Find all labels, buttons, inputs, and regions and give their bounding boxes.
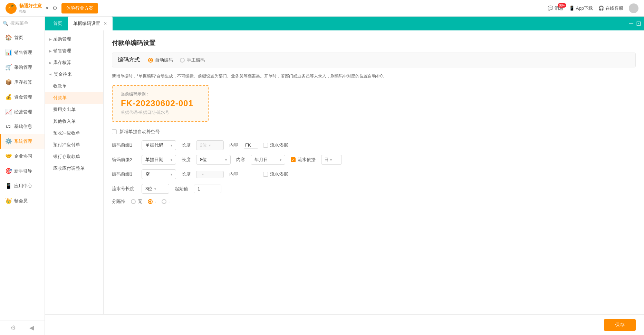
stream-checkbox-sq-3[interactable] bbox=[263, 172, 268, 177]
message-area[interactable]: 💬 消息 99+ bbox=[548, 5, 564, 11]
stream-checkbox-sq-2[interactable]: ✓ bbox=[291, 157, 296, 162]
sidebar-label-purchase: 采购管理 bbox=[14, 64, 32, 71]
save-button[interactable]: 保存 bbox=[604, 319, 636, 331]
tab-minimize-icon[interactable]: ─ bbox=[629, 20, 633, 27]
left-nav-item-pre-receipt[interactable]: 预收冲应收单 bbox=[45, 127, 103, 139]
tab-bar: 首页 单据编码设置 ✕ ─ ⊡ bbox=[45, 17, 644, 30]
sidebar-item-finance[interactable]: 💰 资金管理 bbox=[0, 90, 45, 104]
left-nav-group-title-sales[interactable]: ▶ 销售管理 bbox=[45, 45, 103, 57]
sidebar-settings-icon[interactable]: ⚙ bbox=[10, 324, 16, 332]
separator-label: 分隔符 bbox=[112, 198, 125, 205]
content-val-3 bbox=[244, 174, 258, 175]
serial-length-select[interactable]: 3位 ▾ bbox=[142, 184, 169, 194]
sep-option-dot1[interactable]: · bbox=[148, 199, 156, 204]
guide-icon: 🎯 bbox=[5, 168, 11, 174]
left-nav: ▶ 采购管理 ▶ 销售管理 ▶ 库存核算 bbox=[45, 30, 104, 314]
prefix-select-val-3: 空 bbox=[145, 171, 150, 177]
left-nav-item-other-income[interactable]: 其他收入单 bbox=[45, 115, 103, 127]
chevron-down-icon: ▾ bbox=[46, 6, 48, 11]
stream-day-select-2[interactable]: 日 ▾ bbox=[321, 155, 342, 165]
sep-option-dot2[interactable]: · bbox=[162, 199, 170, 204]
tab-home[interactable]: 首页 bbox=[48, 17, 68, 30]
sidebar-collapse-icon[interactable]: ◀ bbox=[29, 324, 34, 332]
sidebar-item-member[interactable]: 👑 畅会员 bbox=[0, 193, 45, 208]
top-bar-right: 💬 消息 99+ 📱 App下载 🎧 在线客服 bbox=[548, 3, 638, 13]
prefix-select-3[interactable]: 空 ▾ bbox=[142, 169, 176, 179]
online-service-label: 在线客服 bbox=[605, 5, 623, 11]
trial-button[interactable]: 体验行业方案 bbox=[61, 3, 98, 13]
left-nav-item-payment[interactable]: 付款单 bbox=[45, 92, 103, 104]
length-select-2[interactable]: 8位 ▾ bbox=[196, 155, 231, 165]
user-avatar[interactable] bbox=[629, 3, 638, 13]
sep-radio-dot1[interactable] bbox=[148, 199, 153, 204]
app-store-icon: 📱 bbox=[5, 183, 11, 189]
sidebar-label-collab: 企业协同 bbox=[14, 153, 32, 159]
tab-expand-icon[interactable]: ⊡ bbox=[636, 20, 641, 27]
sidebar-label-appstore: 应用中心 bbox=[14, 183, 32, 189]
sidebar-item-home[interactable]: 🏠 首页 bbox=[0, 30, 45, 45]
sidebar-item-collab[interactable]: 🤝 企业协同 bbox=[0, 149, 45, 164]
prefix-select-1[interactable]: 单据代码 ▾ bbox=[142, 140, 176, 150]
preview-desc: 单据代码-单据日期-流水号 bbox=[121, 110, 200, 115]
manual-code-option[interactable]: 手工编码 bbox=[180, 57, 205, 63]
prefix-select-2[interactable]: 单据日期 ▾ bbox=[142, 155, 176, 165]
sidebar-item-purchase[interactable]: 🛒 采购管理 bbox=[0, 60, 45, 75]
sidebar-item-sales[interactable]: 📊 销售管理 bbox=[0, 45, 45, 60]
separator-row: 分隔符 无 · · bbox=[112, 198, 636, 205]
sidebar-label-member: 畅会员 bbox=[14, 198, 28, 204]
left-nav-item-receipt[interactable]: 收款单 bbox=[45, 80, 103, 92]
prefix-select-val-2: 单据日期 bbox=[145, 157, 163, 163]
finance-icon: 💰 bbox=[5, 94, 11, 100]
message-icon: 💬 bbox=[548, 6, 553, 11]
length-select-1: 2位 ▾ bbox=[196, 140, 224, 150]
length-val-2: 8位 bbox=[200, 157, 207, 163]
search-label: 搜索菜单 bbox=[10, 20, 28, 26]
left-nav-group-title-inventory[interactable]: ▶ 库存核算 bbox=[45, 57, 103, 68]
left-nav-group-purchase: ▶ 采购管理 bbox=[45, 33, 103, 45]
length-label-3: 长度 bbox=[182, 171, 191, 177]
content-select-2[interactable]: 年月日 ▾ bbox=[251, 155, 285, 165]
sep-radio-none[interactable] bbox=[131, 199, 136, 204]
search-icon: 🔍 bbox=[3, 21, 8, 26]
base-icon: 🗂 bbox=[5, 123, 11, 130]
sidebar-item-base[interactable]: 🗂 基础信息 bbox=[0, 119, 45, 134]
stream-check-2[interactable]: ✓ 流水依据 bbox=[291, 157, 316, 163]
app-download[interactable]: 📱 App下载 bbox=[569, 5, 593, 11]
left-nav-item-pre-payment[interactable]: 预付冲应付单 bbox=[45, 139, 103, 151]
stream-checkbox-sq-1[interactable] bbox=[263, 143, 268, 148]
left-nav-group-title-finance[interactable]: ▼ 资金往来 bbox=[45, 68, 103, 80]
prefix-label-3: 编码前缀3 bbox=[112, 171, 136, 177]
tab-close-icon[interactable]: ✕ bbox=[104, 21, 107, 26]
sidebar-item-appstore[interactable]: 📱 应用中心 bbox=[0, 178, 45, 193]
bottom-bar: 保存 bbox=[45, 314, 644, 335]
content-val-1: FK bbox=[244, 142, 258, 149]
left-nav-item-bank[interactable]: 银行存取款单 bbox=[45, 151, 103, 162]
sidebar-item-guide[interactable]: 🎯 新手引导 bbox=[0, 164, 45, 178]
left-nav-group-title-purchase[interactable]: ▶ 采购管理 bbox=[45, 33, 103, 45]
sidebar-item-system[interactable]: ⚙️ 系统管理 bbox=[0, 134, 45, 149]
sidebar-item-inventory[interactable]: 📦 库存核算 bbox=[0, 75, 45, 90]
nav-dropdown[interactable]: ▾ bbox=[46, 6, 48, 11]
sep-radio-dot2[interactable] bbox=[162, 199, 166, 204]
stream-label-2: 流水依据 bbox=[298, 157, 316, 163]
manual-code-radio[interactable] bbox=[180, 58, 185, 63]
left-nav-group-label-sales: 销售管理 bbox=[53, 48, 71, 54]
tab-encode-setting[interactable]: 单据编码设置 ✕ bbox=[68, 17, 113, 30]
sidebar-item-ops[interactable]: 📈 经营管理 bbox=[0, 104, 45, 119]
start-value-input[interactable] bbox=[194, 185, 221, 193]
auto-code-option[interactable]: 自动编码 bbox=[148, 57, 173, 63]
sep-option-none[interactable]: 无 bbox=[131, 198, 142, 205]
sidebar-search[interactable]: 🔍 搜索菜单 bbox=[0, 17, 45, 30]
stream-check-3[interactable]: 流水依据 bbox=[263, 171, 288, 177]
settings-icon[interactable]: ⚙ bbox=[52, 5, 57, 11]
left-nav-item-ar-ap-adj[interactable]: 应收应付调整单 bbox=[45, 162, 103, 174]
auto-fill-checkbox[interactable] bbox=[112, 129, 117, 134]
online-service[interactable]: 🎧 在线客服 bbox=[598, 5, 623, 11]
app-icon: 📱 bbox=[569, 6, 575, 11]
arrow-icon-sales: ▶ bbox=[49, 49, 52, 53]
length-val-1: 2位 bbox=[200, 142, 207, 148]
stream-check-1[interactable]: 流水依据 bbox=[263, 142, 288, 148]
sidebar-label-ops: 经营管理 bbox=[14, 109, 32, 115]
left-nav-item-expense[interactable]: 费用支出单 bbox=[45, 104, 103, 115]
auto-code-radio[interactable] bbox=[148, 58, 153, 63]
